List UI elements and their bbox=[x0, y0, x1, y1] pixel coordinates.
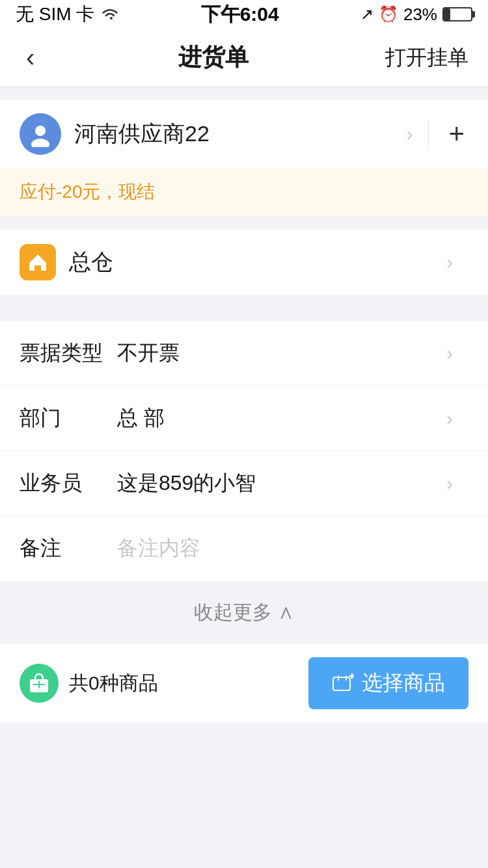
person-icon bbox=[27, 121, 53, 147]
house-icon bbox=[27, 251, 49, 273]
supplier-name: 河南供应商22 bbox=[74, 119, 406, 149]
remark-input[interactable]: 备注内容 bbox=[104, 534, 468, 563]
remark-label: 备注 bbox=[20, 534, 104, 563]
page-title: 进货单 bbox=[178, 42, 249, 74]
form-section: 票据类型 不开票 › 部门 总 部 › 业务员 这是859的小智 › 备注 备注… bbox=[0, 321, 488, 581]
bag-icon bbox=[27, 671, 51, 695]
salesperson-label: 业务员 bbox=[20, 469, 104, 498]
status-time: 下午6:04 bbox=[201, 1, 279, 28]
location-icon: ↗ bbox=[360, 5, 373, 23]
salesperson-chevron: › bbox=[446, 472, 453, 495]
product-icon-circle bbox=[20, 664, 59, 703]
alarm-icon: ⏰ bbox=[379, 5, 398, 23]
nav-bar: ‹ 进货单 打开挂单 bbox=[0, 29, 488, 87]
section-gap-2 bbox=[0, 216, 488, 229]
notice-text: 应付-20元，现结 bbox=[20, 182, 155, 202]
salesperson-row[interactable]: 业务员 这是859的小智 › bbox=[0, 451, 488, 516]
section-gap-1 bbox=[0, 87, 488, 100]
remark-row[interactable]: 备注 备注内容 bbox=[0, 516, 488, 581]
notice-banner: 应付-20元，现结 bbox=[0, 168, 488, 216]
collapse-text: 收起更多 ∧ bbox=[194, 599, 293, 626]
salesperson-value: 这是859的小智 bbox=[104, 469, 446, 498]
warehouse-icon-circle bbox=[20, 244, 56, 280]
supplier-avatar bbox=[20, 113, 61, 155]
add-supplier-button[interactable]: + bbox=[444, 118, 468, 150]
select-product-label: 选择商品 bbox=[362, 669, 445, 698]
page-filler bbox=[0, 722, 488, 868]
status-bar: 无 SIM 卡 下午6:04 ↗ ⏰ 23% bbox=[0, 0, 488, 29]
collapse-row[interactable]: 收起更多 ∧ bbox=[0, 581, 488, 644]
open-pending-button[interactable]: 打开挂单 bbox=[385, 44, 468, 72]
wifi-icon bbox=[101, 8, 119, 21]
svg-rect-3 bbox=[333, 677, 350, 690]
back-button[interactable]: ‹ bbox=[20, 36, 41, 79]
svg-point-1 bbox=[31, 139, 49, 147]
supplier-row[interactable]: 河南供应商22 › + bbox=[0, 100, 488, 168]
invoice-type-value: 不开票 bbox=[104, 339, 446, 368]
supplier-chevron-icon: › bbox=[406, 123, 413, 145]
department-value: 总 部 bbox=[104, 404, 446, 433]
supplier-section: 河南供应商22 › + 应付-20元，现结 bbox=[0, 100, 488, 216]
status-right: ↗ ⏰ 23% bbox=[360, 5, 472, 25]
invoice-type-label: 票据类型 bbox=[20, 339, 104, 368]
carrier-text: 无 SIM 卡 bbox=[16, 2, 94, 27]
select-product-button[interactable]: 选择商品 bbox=[308, 657, 468, 709]
warehouse-chevron-icon: › bbox=[446, 251, 453, 273]
product-count-area: 共0种商品 bbox=[20, 664, 158, 703]
select-product-icon bbox=[332, 672, 354, 694]
department-row[interactable]: 部门 总 部 › bbox=[0, 386, 488, 451]
svg-point-0 bbox=[35, 126, 46, 136]
bottom-bar: 共0种商品 选择商品 bbox=[0, 644, 488, 722]
warehouse-row[interactable]: 总仓 › bbox=[0, 229, 488, 295]
section-gap-3 bbox=[0, 295, 488, 308]
department-label: 部门 bbox=[20, 404, 104, 433]
invoice-type-row[interactable]: 票据类型 不开票 › bbox=[0, 321, 488, 386]
warehouse-section: 总仓 › bbox=[0, 229, 488, 295]
warehouse-name: 总仓 bbox=[69, 247, 446, 277]
status-left: 无 SIM 卡 bbox=[16, 2, 119, 27]
department-chevron: › bbox=[446, 407, 453, 429]
battery-text: 23% bbox=[403, 5, 437, 25]
product-count-text: 共0种商品 bbox=[69, 670, 158, 697]
divider bbox=[428, 120, 429, 148]
battery-icon bbox=[442, 7, 472, 21]
invoice-type-chevron: › bbox=[446, 342, 453, 364]
